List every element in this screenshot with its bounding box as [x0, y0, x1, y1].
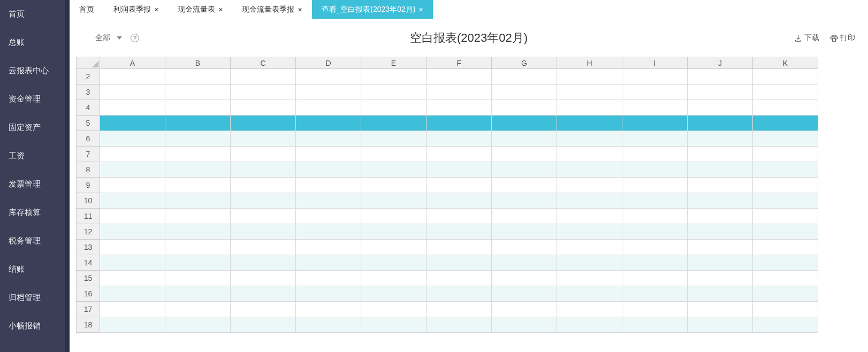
- cell-J3[interactable]: [688, 85, 753, 100]
- cell-I3[interactable]: [622, 85, 688, 100]
- cell-D7[interactable]: [296, 147, 361, 162]
- cell-H3[interactable]: [557, 85, 622, 100]
- cell-G8[interactable]: [492, 162, 557, 178]
- sidebar-item-6[interactable]: 发票管理: [0, 170, 70, 198]
- cell-B9[interactable]: [165, 178, 231, 193]
- cell-G4[interactable]: [492, 100, 557, 116]
- cell-K14[interactable]: [753, 255, 818, 271]
- cell-H15[interactable]: [557, 271, 622, 286]
- cell-J11[interactable]: [688, 209, 753, 224]
- cell-I18[interactable]: [622, 317, 688, 333]
- cell-K15[interactable]: [753, 271, 818, 286]
- cell-C11[interactable]: [231, 209, 296, 224]
- cell-F2[interactable]: [427, 69, 492, 85]
- cell-G2[interactable]: [492, 69, 557, 85]
- sidebar-scrollbar[interactable]: [65, 0, 70, 352]
- cell-C8[interactable]: [231, 162, 296, 178]
- cell-I14[interactable]: [622, 255, 688, 271]
- cell-J2[interactable]: [688, 69, 753, 85]
- cell-C5[interactable]: [231, 116, 296, 131]
- cell-I8[interactable]: [622, 162, 688, 178]
- cell-A6[interactable]: [100, 131, 165, 147]
- col-header-J[interactable]: J: [688, 57, 753, 69]
- cell-K10[interactable]: [753, 193, 818, 209]
- cell-E9[interactable]: [361, 178, 427, 193]
- cell-I15[interactable]: [622, 271, 688, 286]
- cell-I16[interactable]: [622, 286, 688, 302]
- cell-K16[interactable]: [753, 286, 818, 302]
- cell-C7[interactable]: [231, 147, 296, 162]
- cell-A11[interactable]: [100, 209, 165, 224]
- sidebar-item-8[interactable]: 税务管理: [0, 227, 70, 255]
- cell-G7[interactable]: [492, 147, 557, 162]
- cell-D8[interactable]: [296, 162, 361, 178]
- cell-H18[interactable]: [557, 317, 622, 333]
- cell-A8[interactable]: [100, 162, 165, 178]
- cell-G15[interactable]: [492, 271, 557, 286]
- cell-B13[interactable]: [165, 240, 231, 255]
- cell-G6[interactable]: [492, 131, 557, 147]
- cell-I13[interactable]: [622, 240, 688, 255]
- sidebar-item-0[interactable]: 首页: [0, 0, 70, 28]
- cell-B18[interactable]: [165, 317, 231, 333]
- cell-A2[interactable]: [100, 69, 165, 85]
- cell-C16[interactable]: [231, 286, 296, 302]
- cell-G17[interactable]: [492, 302, 557, 317]
- cell-E15[interactable]: [361, 271, 427, 286]
- tab-1[interactable]: 利润表季报×: [104, 0, 168, 19]
- cell-E17[interactable]: [361, 302, 427, 317]
- cell-J8[interactable]: [688, 162, 753, 178]
- cell-I9[interactable]: [622, 178, 688, 193]
- cell-K11[interactable]: [753, 209, 818, 224]
- print-button[interactable]: 打印: [830, 33, 855, 43]
- download-button[interactable]: 下载: [794, 33, 819, 43]
- cell-B17[interactable]: [165, 302, 231, 317]
- sidebar-item-1[interactable]: 总账: [0, 28, 70, 57]
- cell-G9[interactable]: [492, 178, 557, 193]
- cell-B11[interactable]: [165, 209, 231, 224]
- col-header-I[interactable]: I: [622, 57, 688, 69]
- close-icon[interactable]: ×: [418, 6, 423, 13]
- cell-B2[interactable]: [165, 69, 231, 85]
- cell-I17[interactable]: [622, 302, 688, 317]
- cell-K5[interactable]: [753, 116, 818, 131]
- cell-J18[interactable]: [688, 317, 753, 333]
- col-header-H[interactable]: H: [557, 57, 622, 69]
- cell-A13[interactable]: [100, 240, 165, 255]
- cell-B3[interactable]: [165, 85, 231, 100]
- cell-C17[interactable]: [231, 302, 296, 317]
- cell-F12[interactable]: [427, 224, 492, 240]
- cell-B6[interactable]: [165, 131, 231, 147]
- sidebar-item-2[interactable]: 云报表中心: [0, 57, 70, 85]
- cell-I11[interactable]: [622, 209, 688, 224]
- cell-F6[interactable]: [427, 131, 492, 147]
- cell-E10[interactable]: [361, 193, 427, 209]
- row-header-4[interactable]: 4: [77, 100, 100, 116]
- cell-B8[interactable]: [165, 162, 231, 178]
- cell-C6[interactable]: [231, 131, 296, 147]
- cell-E13[interactable]: [361, 240, 427, 255]
- cell-C15[interactable]: [231, 271, 296, 286]
- cell-F9[interactable]: [427, 178, 492, 193]
- cell-A10[interactable]: [100, 193, 165, 209]
- cell-D12[interactable]: [296, 224, 361, 240]
- col-header-C[interactable]: C: [231, 57, 296, 69]
- cell-D3[interactable]: [296, 85, 361, 100]
- cell-E6[interactable]: [361, 131, 427, 147]
- cell-K13[interactable]: [753, 240, 818, 255]
- cell-J6[interactable]: [688, 131, 753, 147]
- cell-F10[interactable]: [427, 193, 492, 209]
- col-header-B[interactable]: B: [165, 57, 231, 69]
- row-header-2[interactable]: 2: [77, 69, 100, 85]
- col-header-E[interactable]: E: [361, 57, 427, 69]
- cell-J10[interactable]: [688, 193, 753, 209]
- cell-D6[interactable]: [296, 131, 361, 147]
- cell-F15[interactable]: [427, 271, 492, 286]
- cell-D4[interactable]: [296, 100, 361, 116]
- tab-3[interactable]: 现金流量表季报×: [232, 0, 311, 19]
- cell-C3[interactable]: [231, 85, 296, 100]
- cell-C9[interactable]: [231, 178, 296, 193]
- cell-F17[interactable]: [427, 302, 492, 317]
- tab-2[interactable]: 现金流量表×: [168, 0, 232, 19]
- cell-E11[interactable]: [361, 209, 427, 224]
